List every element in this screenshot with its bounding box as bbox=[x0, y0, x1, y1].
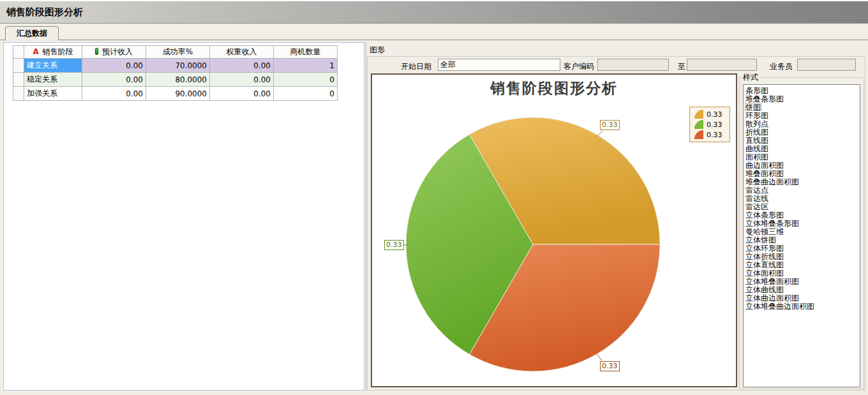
stage-table: A 销售阶段 预计收入 成功率% 权重收入 商机数量 建立关系0.0070.00… bbox=[13, 45, 338, 101]
style-list-item[interactable]: 散列点 bbox=[745, 119, 769, 128]
pie-label-green: 0.33 bbox=[384, 240, 404, 250]
customer-code-label: 客户编码 bbox=[564, 61, 594, 71]
legend-wedge-icon bbox=[692, 120, 704, 130]
opportunity-count-cell[interactable]: 0 bbox=[274, 87, 338, 101]
stage-table-body: 建立关系0.0070.00000.001稳定关系0.0080.00000.000… bbox=[13, 59, 338, 101]
chart-style-listbox[interactable]: 条形图堆叠条形图饼图环形图散列点折线图直线图曲线图面积图曲边面积图堆叠面积图堆叠… bbox=[743, 84, 860, 387]
expected-income-cell[interactable]: 0.00 bbox=[82, 87, 146, 101]
row-selector-cell[interactable] bbox=[13, 59, 24, 73]
start-date-label: 开始日期 bbox=[401, 61, 431, 71]
pie-label-red: 0.33 bbox=[600, 361, 620, 371]
stage-cell[interactable]: 加强关系 bbox=[24, 87, 82, 101]
col-header-weighted-income[interactable]: 权重收入 bbox=[210, 46, 274, 59]
legend-entry-label: 0.33 bbox=[707, 110, 722, 119]
success-rate-cell[interactable]: 90.0000 bbox=[146, 87, 210, 101]
table-row: 加强关系0.0090.00000.000 bbox=[13, 87, 338, 101]
weighted-income-cell[interactable]: 0.00 bbox=[210, 59, 274, 73]
style-list-item[interactable]: 堆叠面积图 bbox=[745, 169, 784, 177]
style-list-item[interactable]: 条形图 bbox=[745, 86, 769, 94]
style-list-item[interactable]: 堆叠曲边面积图 bbox=[745, 177, 800, 186]
style-list-item[interactable]: 环形图 bbox=[745, 111, 769, 119]
style-list-item[interactable]: 立体堆叠条形图 bbox=[745, 219, 800, 227]
row-selector-cell[interactable] bbox=[13, 73, 24, 87]
tab-summary-data[interactable]: 汇总数据 bbox=[5, 26, 59, 40]
legend-wedge-icon bbox=[692, 110, 704, 119]
col-header-opportunity-count[interactable]: 商机数量 bbox=[274, 46, 338, 59]
callout-leader-orange bbox=[597, 131, 602, 137]
style-list-item[interactable]: 曲线图 bbox=[745, 144, 769, 153]
style-list-item[interactable]: 曼哈顿三维 bbox=[745, 227, 784, 235]
col-header-expected-income[interactable]: 预计收入 bbox=[82, 46, 146, 59]
stage-cell[interactable]: 建立关系 bbox=[24, 59, 82, 73]
graph-groupbox-label: 图形 bbox=[370, 45, 385, 56]
weighted-income-cell[interactable]: 0.00 bbox=[210, 87, 274, 101]
expected-income-cell[interactable]: 0.00 bbox=[82, 73, 146, 87]
chart-legend: 0.330.330.33 bbox=[689, 107, 730, 142]
style-list-item[interactable]: 立体饼图 bbox=[745, 235, 777, 244]
to-date-input[interactable] bbox=[687, 59, 757, 71]
style-list-item[interactable]: 饼图 bbox=[745, 103, 761, 111]
style-list-item[interactable]: 折线图 bbox=[745, 128, 769, 136]
style-list-item[interactable]: 立体环形图 bbox=[745, 244, 784, 252]
page-title: 销售阶段图形分析 bbox=[6, 6, 83, 19]
expected-income-cell[interactable]: 0.00 bbox=[82, 59, 146, 73]
legend-entry: 0.33 bbox=[692, 130, 727, 140]
weighted-income-cell[interactable]: 0.00 bbox=[210, 73, 274, 87]
salesperson-label: 业务员 bbox=[770, 61, 793, 71]
opportunity-count-cell[interactable]: 0 bbox=[274, 73, 338, 87]
style-list-item[interactable]: 立体堆叠曲边面积图 bbox=[745, 302, 815, 310]
table-row: 建立关系0.0070.00000.001 bbox=[13, 59, 338, 73]
legend-entry: 0.33 bbox=[692, 119, 727, 130]
customer-code-input[interactable] bbox=[597, 59, 669, 71]
style-list-item[interactable]: 立体曲线图 bbox=[745, 285, 784, 294]
salesperson-input[interactable] bbox=[797, 59, 856, 71]
red-A-icon: A bbox=[33, 47, 38, 56]
row-selector-header bbox=[13, 46, 24, 59]
callout-leader-red bbox=[597, 354, 602, 361]
opportunity-count-cell[interactable]: 1 bbox=[274, 59, 338, 73]
style-list-item[interactable]: 立体面积图 bbox=[745, 269, 784, 277]
to-label: 至 bbox=[678, 61, 685, 71]
row-selector-cell[interactable] bbox=[13, 87, 24, 101]
pie-chart bbox=[372, 75, 736, 386]
style-list-item[interactable]: 立体折线图 bbox=[745, 252, 784, 260]
success-rate-cell[interactable]: 80.0000 bbox=[146, 73, 210, 87]
legend-entry-label: 0.33 bbox=[707, 121, 722, 129]
titlebar: 销售阶段图形分析 bbox=[0, 0, 868, 24]
style-list-item[interactable]: 雷达区 bbox=[745, 202, 769, 211]
style-groupbox-label: 样式 bbox=[742, 72, 760, 83]
start-date-input[interactable] bbox=[438, 59, 560, 71]
table-header-row: A 销售阶段 预计收入 成功率% 权重收入 商机数量 bbox=[13, 46, 338, 59]
stage-cell[interactable]: 稳定关系 bbox=[24, 73, 82, 87]
green-bar-icon bbox=[95, 48, 98, 55]
style-list-item[interactable]: 雷达线 bbox=[745, 194, 769, 202]
style-list-item[interactable]: 立体堆叠面积图 bbox=[745, 277, 800, 285]
app-window: { "window": { "title": "销售阶段图形分析" }, "ta… bbox=[0, 0, 868, 395]
col-header-success-rate[interactable]: 成功率% bbox=[146, 46, 210, 59]
col-header-stage[interactable]: A 销售阶段 bbox=[24, 46, 82, 59]
style-list-item[interactable]: 立体直线图 bbox=[745, 260, 784, 269]
summary-grid-panel: A 销售阶段 预计收入 成功率% 权重收入 商机数量 建立关系0.0070.00… bbox=[3, 42, 364, 391]
legend-entry-label: 0.33 bbox=[707, 131, 722, 139]
chart-canvas: 销售阶段图形分析 0.33 0.33 0.33 0.330.330.33 bbox=[371, 73, 737, 387]
panel-splitter[interactable] bbox=[366, 42, 366, 391]
style-list-item[interactable]: 堆叠条形图 bbox=[745, 94, 784, 103]
style-list-item[interactable]: 曲边面积图 bbox=[745, 161, 784, 169]
legend-wedge-icon bbox=[692, 130, 704, 140]
style-list-item[interactable]: 直线图 bbox=[745, 136, 769, 144]
style-list-item[interactable]: 雷达点 bbox=[745, 186, 769, 194]
table-row: 稳定关系0.0080.00000.000 bbox=[13, 73, 338, 87]
pie-label-orange: 0.33 bbox=[600, 120, 620, 130]
style-list-item[interactable]: 立体条形图 bbox=[745, 211, 784, 219]
legend-entry: 0.33 bbox=[692, 109, 727, 119]
tabstrip-divider bbox=[0, 40, 868, 40]
style-list-item[interactable]: 立体曲边面积图 bbox=[745, 294, 800, 302]
success-rate-cell[interactable]: 70.0000 bbox=[146, 59, 210, 73]
style-list-item[interactable]: 面积图 bbox=[745, 153, 769, 161]
